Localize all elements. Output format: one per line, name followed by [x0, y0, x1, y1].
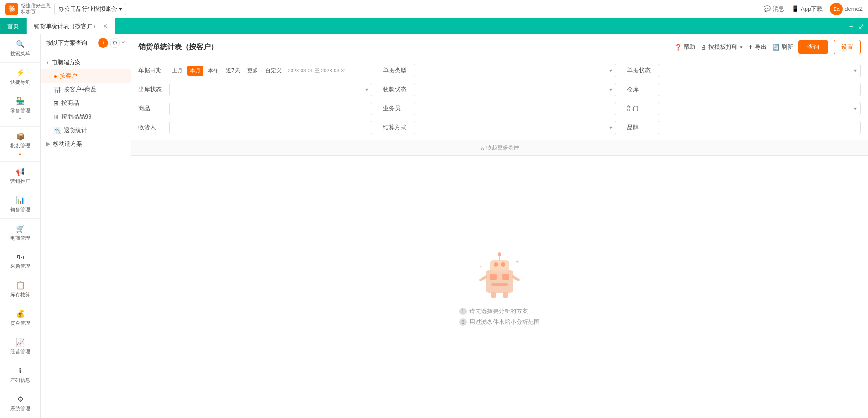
tab-minimize-button[interactable]: －	[848, 22, 855, 31]
date-tab-this-year[interactable]: 本年	[205, 66, 222, 76]
recipient-select[interactable]: ···	[169, 121, 372, 134]
product-select[interactable]: ···	[169, 102, 372, 115]
scheme-item-by-product-99[interactable]: ⊞ 按商品品99	[41, 110, 131, 124]
receipt-status-select[interactable]: ▾	[414, 83, 617, 96]
date-tab-custom[interactable]: 自定义	[263, 66, 284, 76]
sidebar-item-marketing[interactable]: 📢 营销推广	[0, 162, 40, 190]
sidebar-item-ops-mgmt[interactable]: 📈 经营管理	[0, 332, 40, 361]
app-download-button[interactable]: 📱 App下载	[792, 5, 823, 13]
sidebar-item-ecomm-mgmt[interactable]: 🛒 电商管理	[0, 219, 40, 247]
date-range: 2023-03-01 至 2023-03-31	[288, 67, 347, 74]
sidebar-item-sales-mgmt[interactable]: 📊 销售管理	[0, 190, 40, 219]
print-expand-icon: ▾	[740, 44, 743, 51]
tab-bar: 首页 销货单统计表（按客户） ✕ － ⤢	[0, 18, 868, 34]
query-button[interactable]: 查询	[798, 40, 828, 54]
date-tab-this-month[interactable]: 本月	[187, 66, 203, 76]
tip-num-1: 1	[459, 308, 467, 315]
scheme-item-by-product[interactable]: ⊞ 按商品	[41, 96, 131, 110]
department-select[interactable]: ▾	[658, 102, 861, 115]
content-panel: 按以下方案查询 + ⚙ « ▾ 电脑端方案 ● 按客户	[41, 34, 868, 418]
salesperson-select[interactable]: ···	[414, 102, 617, 115]
page-title: 销货单统计表（按客户）	[138, 43, 218, 52]
scheme-toolbar: + ⚙ «	[98, 38, 125, 48]
filter-area: 单据日期 上月 本月 本年 近7天 更多 自定义 2023-03-01 至 20…	[131, 58, 868, 140]
receipt-status-arrow-icon: ▾	[609, 86, 612, 93]
out-status-arrow-icon: ▾	[365, 86, 368, 93]
filter-row-3: 商品 ··· 业务员 ··· 部门	[138, 102, 861, 115]
scheme-header-title: 按以下方案查询	[46, 39, 95, 47]
user-menu[interactable]: Ea demo2	[830, 3, 863, 15]
filter-row-2: 出库状态 ▾ 收款状态 ▾ 仓库	[138, 83, 861, 96]
sales-stat-tab-label: 销货单统计表（按客户）	[34, 22, 99, 30]
brand-dots-icon: ···	[849, 124, 857, 131]
tip-num-2: 2	[459, 318, 467, 326]
out-status-select[interactable]: ▾	[169, 83, 372, 96]
chevron-down-icon: ▾	[119, 5, 122, 12]
order-type-select[interactable]: ▾	[414, 64, 617, 77]
industry-selector[interactable]: 办公用品行业模拟账套 ▾	[54, 3, 126, 15]
brand-select[interactable]: ···	[658, 121, 861, 134]
settlement-select[interactable]: ▾	[414, 121, 617, 134]
trending-icon: 📈	[16, 338, 25, 347]
date-label: 单据日期	[138, 66, 165, 75]
warehouse-select[interactable]: ···	[658, 83, 861, 96]
filter-item-date: 单据日期 上月 本月 本年 近7天 更多 自定义 2023-03-01 至 20…	[138, 66, 372, 76]
sidebar-item-finance[interactable]: 💰 资金管理	[0, 304, 40, 332]
brand-label: 品牌	[627, 124, 654, 132]
main-area: 🔍 搜索菜单 ⚡ 快捷导航 🏪 零售管理 ▾ 📦 批发管理 ▴ 📢 营销推广 📊…	[0, 34, 868, 418]
salesperson-dots-icon: ···	[604, 105, 613, 112]
sidebar-item-sys-mgmt[interactable]: ⚙ 系统管理	[0, 390, 40, 418]
messages-button[interactable]: 💬 消息	[764, 5, 784, 13]
template-print-button[interactable]: 🖨 按模板打印 ▾	[701, 43, 743, 51]
scheme-settings-button[interactable]: ⚙	[110, 38, 120, 48]
cart-icon: 🛒	[16, 224, 25, 233]
scheme-group-mobile: ▶ 移动端方案	[41, 137, 131, 151]
megaphone-icon: 📢	[16, 167, 25, 176]
sidebar-item-search-menu[interactable]: 🔍 搜索菜单	[0, 34, 40, 63]
out-status-label: 出库状态	[138, 86, 165, 94]
tab-maximize-button[interactable]: ⤢	[859, 22, 864, 31]
chevron-right-icon: ▶	[46, 141, 50, 147]
chevron-down-icon: ▾	[46, 59, 49, 66]
export-button[interactable]: ⬆ 导出	[748, 43, 767, 51]
scheme-item-by-customer-product[interactable]: 📊 按客户+商品	[41, 83, 131, 96]
grid2-icon: ⊞	[53, 113, 59, 120]
sidebar-item-retail-mgmt[interactable]: 🏪 零售管理 ▾	[0, 91, 40, 127]
refresh-button[interactable]: 🔄 刷新	[772, 43, 793, 51]
message-icon: 💬	[764, 5, 771, 12]
empty-state: ✦ ✦ 1 请先选择要分析的方案 2 用过滤条件来缩小分析范围	[131, 156, 868, 418]
settings-button[interactable]: 设置	[834, 40, 861, 54]
svg-rect-8	[490, 260, 509, 272]
sidebar-item-inventory[interactable]: 📋 库存核算	[0, 276, 40, 304]
sidebar-item-purchase-mgmt[interactable]: 🛍 采购管理	[0, 247, 40, 276]
grid-icon: ⊞	[53, 100, 59, 107]
filter-row-4: 收货人 ··· 结算方式 ▾ 品牌	[138, 121, 861, 134]
scheme-group-mobile-header[interactable]: ▶ 移动端方案	[41, 137, 131, 151]
sidebar-item-wholesale-mgmt[interactable]: 📦 批发管理 ▴	[0, 127, 40, 162]
retail-expand-icon: ▾	[19, 116, 21, 121]
scheme-collapse-button[interactable]: «	[122, 38, 125, 48]
date-tab-last-month[interactable]: 上月	[169, 66, 185, 76]
svg-rect-2	[502, 274, 509, 280]
logo-area: 畅 畅捷信好生意 标签页	[5, 3, 51, 15]
tab-home[interactable]: 首页	[0, 18, 27, 34]
scheme-header: 按以下方案查询 + ⚙ «	[41, 34, 131, 52]
collapse-bar[interactable]: ∧ 收起更多条件	[131, 140, 868, 156]
export-icon: ⬆	[748, 44, 753, 51]
date-tab-7days[interactable]: 近7天	[223, 66, 243, 76]
refresh-icon: 🔄	[772, 44, 779, 51]
tab-sales-stat[interactable]: 销货单统计表（按客户） ✕	[27, 18, 115, 34]
scheme-item-by-customer[interactable]: ● 按客户	[41, 69, 131, 83]
scheme-add-button[interactable]: +	[98, 38, 108, 48]
date-tab-more[interactable]: 更多	[245, 66, 261, 76]
svg-line-4	[481, 277, 486, 280]
help-button[interactable]: ❓ 帮助	[675, 43, 695, 51]
scheme-group-pc-header[interactable]: ▾ 电脑端方案	[41, 56, 131, 69]
order-status-select[interactable]: ▾	[658, 64, 861, 77]
filter-item-out-status: 出库状态 ▾	[138, 83, 372, 96]
sidebar-item-basic-info[interactable]: ℹ 基础信息	[0, 361, 40, 390]
recipient-label: 收货人	[138, 124, 165, 132]
tab-close-icon[interactable]: ✕	[103, 23, 108, 29]
scheme-item-return-stat[interactable]: 📉 退货统计	[41, 124, 131, 137]
sidebar-item-quick-nav[interactable]: ⚡ 快捷导航	[0, 63, 40, 91]
